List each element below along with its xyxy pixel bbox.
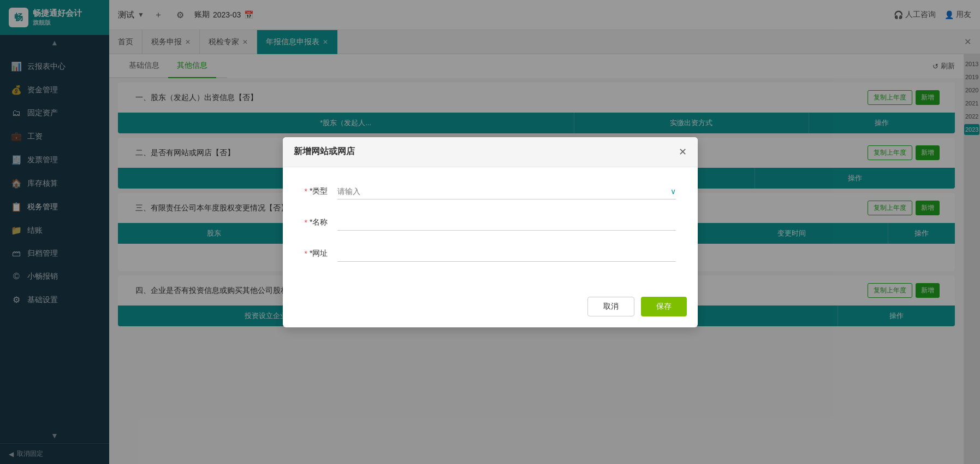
modal-close-button[interactable]: ✕	[679, 146, 687, 158]
form-label-url: * *网址	[305, 249, 337, 259]
form-label-type: * *类型	[305, 186, 337, 196]
modal-overlay[interactable]: 新增网站或网店 ✕ * *类型 ∨ * *名称	[0, 0, 980, 464]
form-group-name: * *名称	[305, 215, 676, 231]
form-group-url: * *网址	[305, 246, 676, 262]
form-type-select[interactable]: ∨	[337, 184, 676, 199]
form-group-type: * *类型 ∨	[305, 184, 676, 199]
cancel-button[interactable]: 取消	[587, 297, 634, 316]
modal-title: 新增网站或网店	[294, 146, 355, 157]
save-button[interactable]: 保存	[641, 297, 687, 316]
url-input[interactable]	[337, 246, 676, 262]
type-dropdown-icon[interactable]: ∨	[670, 187, 676, 196]
modal-header: 新增网站或网店 ✕	[283, 137, 698, 167]
add-website-modal: 新增网站或网店 ✕ * *类型 ∨ * *名称	[283, 137, 698, 327]
name-input[interactable]	[337, 215, 676, 231]
form-label-name: * *名称	[305, 218, 337, 227]
type-input[interactable]	[337, 187, 670, 196]
modal-footer: 取消 保存	[283, 288, 698, 327]
modal-body: * *类型 ∨ * *名称 * *网址	[283, 167, 698, 288]
